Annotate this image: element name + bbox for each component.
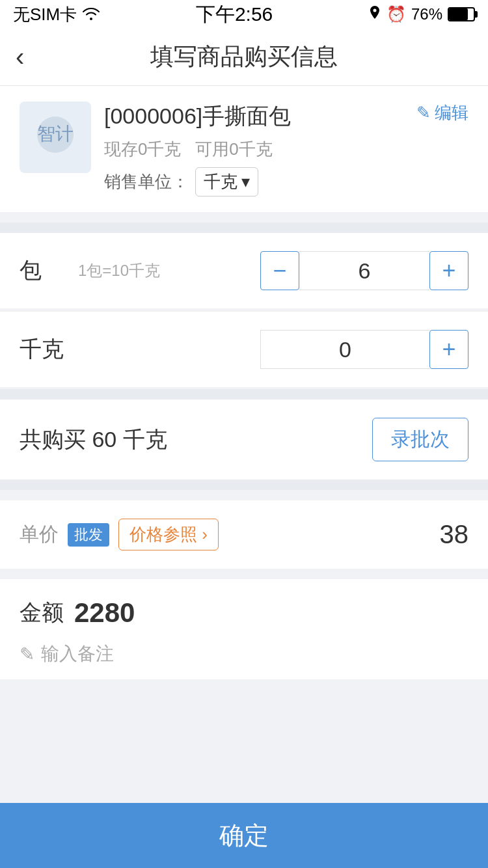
- amount-row: 金额 2280: [20, 597, 468, 629]
- package-hint: 1包=10千克: [78, 260, 260, 281]
- kilogram-input-row: 千克 +: [0, 312, 488, 388]
- confirm-button[interactable]: 确定: [0, 803, 488, 868]
- separator-3: [0, 480, 488, 490]
- package-quantity-input[interactable]: [299, 251, 429, 290]
- package-input-row: 包 1包=10千克 − +: [0, 233, 488, 309]
- location-icon: [368, 5, 381, 23]
- package-label: 包: [20, 256, 72, 286]
- price-value: 38: [440, 520, 469, 549]
- back-button[interactable]: ‹: [16, 42, 24, 72]
- summary-text: 共购买 60 千克: [20, 425, 167, 455]
- battery-icon: [448, 7, 475, 21]
- package-quantity-control: − +: [260, 251, 468, 290]
- amount-value: 2280: [74, 597, 135, 629]
- separator-1: [0, 223, 488, 233]
- amount-section: 金额 2280 ✎ 输入备注: [0, 569, 488, 679]
- wifi-icon: [82, 5, 100, 25]
- amount-label: 金额: [20, 598, 64, 628]
- status-bar: 无SIM卡 下午2:56 ⏰ 76%: [0, 0, 488, 29]
- product-card: 智计 [0000006]手撕面包 现存0千克 可用0千克 销售单位： 千克 ▾ …: [0, 86, 488, 212]
- battery-percent: 76%: [411, 5, 442, 23]
- product-info: [0000006]手撕面包 现存0千克 可用0千克 销售单位： 千克 ▾: [104, 102, 468, 197]
- price-row: 单价 批发 价格参照 › 38: [0, 500, 488, 569]
- nav-bar: ‹ 填写商品购买信息: [0, 29, 488, 86]
- product-stock: 现存0千克 可用0千克: [104, 138, 468, 161]
- kilogram-quantity-input[interactable]: [260, 330, 429, 369]
- carrier-text: 无SIM卡: [13, 3, 77, 26]
- summary-row: 共购买 60 千克 录批次: [0, 400, 488, 480]
- remark-placeholder: 输入备注: [41, 642, 114, 666]
- product-thumbnail: 智计: [20, 102, 91, 173]
- price-label: 单价: [20, 521, 59, 548]
- package-decrement-button[interactable]: −: [260, 251, 299, 290]
- pencil-icon: ✎: [20, 644, 34, 665]
- edit-icon: ✎: [416, 103, 431, 123]
- kilogram-input-section: 千克 +: [0, 312, 488, 388]
- confirm-button-label: 确定: [219, 819, 269, 852]
- price-section: 单价 批发 价格参照 › 38: [0, 500, 488, 569]
- package-increment-button[interactable]: +: [429, 251, 468, 290]
- kilogram-increment-button[interactable]: +: [429, 330, 468, 369]
- svg-text:智计: 智计: [37, 124, 74, 144]
- package-input-section: 包 1包=10千克 − +: [0, 233, 488, 309]
- chevron-down-icon: ▾: [241, 172, 250, 192]
- price-reference-button[interactable]: 价格参照 ›: [118, 519, 219, 550]
- edit-button[interactable]: ✎ 编辑: [416, 102, 468, 124]
- alarm-icon: ⏰: [386, 5, 406, 23]
- separator-2: [0, 389, 488, 400]
- batch-button[interactable]: 录批次: [372, 418, 468, 461]
- product-logo: 智计: [36, 115, 75, 160]
- product-name: [0000006]手撕面包: [104, 102, 468, 131]
- status-right: ⏰ 76%: [368, 5, 475, 23]
- price-type-tag: 批发: [68, 523, 109, 547]
- status-left: 无SIM卡: [13, 3, 100, 26]
- unit-select[interactable]: 千克 ▾: [195, 167, 258, 197]
- status-time: 下午2:56: [196, 1, 273, 28]
- remark-row[interactable]: ✎ 输入备注: [20, 642, 468, 666]
- page-title: 填写商品购买信息: [0, 41, 488, 73]
- product-unit-row: 销售单位： 千克 ▾: [104, 167, 468, 197]
- kilogram-label: 千克: [20, 334, 72, 364]
- kilogram-quantity-control: +: [260, 330, 468, 369]
